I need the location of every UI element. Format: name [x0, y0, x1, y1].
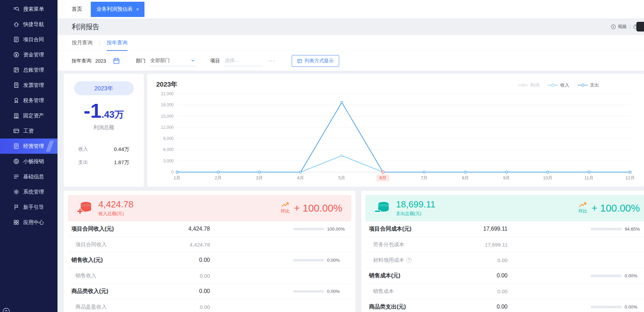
sidebar-item-fund-mgmt[interactable]: 资金管理	[0, 47, 58, 62]
info-icon[interactable]: ?	[406, 258, 412, 263]
project-label: 项目	[210, 58, 220, 64]
sidebar-item-tax-mgmt[interactable]: 税务管理	[0, 93, 58, 108]
sidebar-item-label: 资金管理	[23, 52, 44, 58]
query-tab-divider	[99, 41, 100, 45]
stats-row: 4,424.78 收入总额(元) 环比 + 100.00% 项目合同收入(元)4…	[64, 191, 644, 312]
sidebar-item-app-center[interactable]: 应用中心	[0, 215, 58, 230]
year-query-label: 按年查询:	[72, 58, 92, 64]
tab-close-icon[interactable]: ×	[136, 7, 139, 12]
sidebar-item-basic-info[interactable]: 基础信息	[0, 169, 58, 184]
ledger-mgmt-icon	[13, 67, 19, 73]
sidebar-item-project-contract[interactable]: 项目合同	[0, 32, 58, 47]
row-label: 商品类支出(元)	[369, 303, 466, 311]
sidebar-item-label: 税务管理	[23, 97, 44, 104]
svg-text:8月: 8月	[462, 175, 469, 180]
legend-item-收入[interactable]: 收入	[548, 82, 569, 88]
svg-text:7月: 7月	[421, 175, 427, 180]
income-total: 4,424.78	[98, 199, 133, 210]
tab-monthly-query[interactable]: 按月查询	[72, 35, 92, 51]
legend-label: 收入	[560, 82, 569, 88]
sidebar-item-xiaochang-expense[interactable]: 小畅报销	[0, 154, 58, 169]
overview-row: 2023年 -1.43万 利润总额 收入 0.44万 支出 1.87万	[64, 74, 644, 187]
sidebar-collapse-icon[interactable]	[2, 307, 10, 312]
play-circle-icon	[611, 24, 616, 29]
sidebar-item-label: 应用中心	[23, 219, 44, 226]
income-row: 项目合同收入(元)4,424.78100.00%	[68, 221, 351, 237]
profit-summary-card: 2023年 -1.43万 利润总额 收入 0.44万 支出 1.87万	[64, 74, 144, 187]
progress-bar	[591, 275, 622, 277]
legend-marker-icon	[518, 83, 528, 87]
expense-rows: 项目合同成本(元)17,699.1194.65%劳务分包成本17,699.11材…	[361, 221, 644, 312]
calendar-icon[interactable]	[113, 57, 120, 64]
project-select-placeholder: 选择...	[225, 57, 239, 64]
expense-ratio-label: 环比	[579, 208, 588, 214]
row-progress: 0.00%	[591, 273, 644, 278]
row-progress: 0.00%	[591, 304, 644, 310]
svg-text:11月: 11月	[584, 175, 594, 180]
row-value: 0.00	[466, 273, 508, 279]
year-value[interactable]: 2023	[95, 58, 106, 64]
project-select[interactable]: 选择...	[224, 56, 263, 66]
svg-text:3,000: 3,000	[163, 159, 174, 163]
dept-select[interactable]: 全部部门	[150, 56, 196, 66]
sidebar-item-quick-nav[interactable]: 快捷导航	[0, 17, 58, 32]
svg-text:1月: 1月	[174, 175, 180, 180]
tab-home[interactable]: 首页	[72, 6, 82, 12]
profit-total-main: -1	[83, 101, 102, 121]
tab-active[interactable]: 业务利润预估表 ×	[91, 2, 144, 17]
income-card: 4,424.78 收入总额(元) 环比 + 100.00% 项目合同收入(元)4…	[64, 191, 355, 312]
more-options-button[interactable]: ···	[268, 58, 275, 64]
progress-percent: 0.00%	[625, 304, 644, 310]
fund-mgmt-icon	[13, 52, 19, 58]
sidebar-item-search-menu[interactable]: 搜索菜单	[0, 1, 58, 17]
progress-bar	[293, 290, 324, 293]
sidebar-item-label: 搜索菜单	[23, 6, 44, 12]
progress-percent: 0.00%	[327, 289, 346, 294]
corner-badge	[636, 22, 644, 32]
income-row: 商品类收入(元)0.000.00%	[68, 284, 351, 299]
sidebar-item-business-mgmt[interactable]: 经营管理	[0, 139, 58, 154]
video-link[interactable]: 视频	[611, 24, 627, 30]
legend-marker-icon	[577, 83, 588, 87]
list-view-button-label: 列表方式显示	[305, 58, 334, 64]
sidebar-item-salary[interactable]: 工资	[0, 123, 58, 139]
row-value: 17,699.11	[466, 226, 508, 232]
fixed-assets-icon	[13, 113, 19, 119]
tab-yearly-query[interactable]: 按年查询	[107, 35, 127, 51]
expense-row: 材料领用成本?0.00	[365, 252, 644, 268]
app-center-icon	[13, 219, 19, 225]
svg-text:9,000: 9,000	[163, 136, 174, 141]
row-progress: 0.00%	[293, 258, 348, 263]
expense-card: 18,699.11 支出总额(元) 环比 + 100.00% 项目合同成本(元)…	[361, 191, 644, 312]
svg-text:18,000: 18,000	[161, 102, 174, 107]
expense-row: 项目合同成本(元)17,699.1194.65%	[365, 221, 644, 237]
legend-item-支出[interactable]: 支出	[577, 82, 599, 88]
expense-row: 销售成本(元)0.000.00%	[365, 268, 644, 284]
legend-item-利润[interactable]: 利润	[518, 82, 539, 88]
query-tabs: 按月查询 按年查询	[58, 35, 644, 51]
income-band: 4,424.78 收入总额(元) 环比 + 100.00%	[68, 195, 351, 221]
chart-legend: 利润收入支出	[518, 82, 599, 88]
search-menu-icon	[13, 6, 19, 12]
header-actions: 视频	[611, 24, 638, 30]
progress-bar	[591, 228, 622, 230]
list-view-button[interactable]: 列表方式显示	[292, 55, 339, 67]
sidebar-item-fixed-assets[interactable]: 固定资产	[0, 108, 58, 123]
summary-expense-label: 支出	[78, 159, 88, 166]
beginner-guide-icon	[13, 204, 19, 210]
sidebar-item-invoice-mgmt[interactable]: 发票管理	[0, 78, 58, 93]
expense-row: 商品类支出(元)0.000.00%	[365, 299, 644, 312]
row-progress: 94.65%	[591, 226, 644, 232]
row-value: 0.00	[168, 304, 210, 310]
summary-income-row: 收入 0.44万	[78, 143, 129, 156]
svg-text:21,000: 21,000	[161, 91, 174, 96]
expense-coins-icon	[374, 201, 390, 215]
query-panel: 按月查询 按年查询 按年查询: 2023 部门 全部部门 项目	[58, 35, 644, 71]
legend-label: 利润	[530, 82, 539, 88]
sidebar-item-ledger-mgmt[interactable]: 总账管理	[0, 62, 58, 78]
sidebar-item-beginner-guide[interactable]: 新手引导	[0, 199, 58, 215]
line-chart: 03,0006,0009,00012,00015,00018,00021,000…	[152, 91, 640, 182]
income-row: 商品盘盈收入0.00	[68, 299, 351, 312]
expense-row: 劳务分包成本17,699.11	[365, 237, 644, 252]
sidebar-item-system-mgmt[interactable]: 系统管理	[0, 184, 58, 199]
